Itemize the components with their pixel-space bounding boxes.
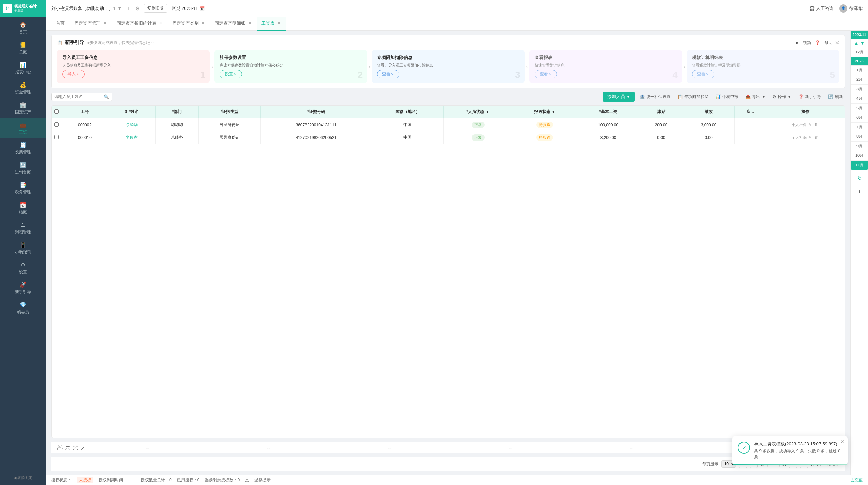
account-chevron-icon[interactable]: ▼ xyxy=(117,6,122,11)
col-status[interactable]: *人员状态 ▼ xyxy=(443,106,512,118)
step1-btn[interactable]: 导入＞ xyxy=(62,70,85,78)
tab-salary[interactable]: 工资表✕ xyxy=(257,17,286,31)
sidebar-item-expense[interactable]: 📱 小畅报销 xyxy=(0,238,46,258)
add-employee-btn[interactable]: 添加人员 ▼ xyxy=(603,92,635,102)
step5-btn[interactable]: 查看＞ xyxy=(692,70,714,78)
sidebar-item-home[interactable]: 🏠 首页 xyxy=(0,18,46,38)
settings-icon[interactable]: ⚙ xyxy=(135,6,140,11)
rs-month-7[interactable]: 7月 xyxy=(851,123,868,132)
sidebar-item-wizard[interactable]: 🚀 新手引导 xyxy=(0,278,46,298)
wizard-card: 📋 新手引导 5步快速完成设置，快去完善信息吧～ ▶ 视频 ❓ 帮助 ✕ 导入员… xyxy=(51,35,845,88)
tab-asset-type[interactable]: 固定资产类别✕ xyxy=(167,17,210,31)
search-input[interactable] xyxy=(54,94,102,99)
operate-btn[interactable]: ⚙ 操作 ▼ xyxy=(770,93,793,101)
special-deduction-btn[interactable]: 📋 专项附加扣除 xyxy=(675,93,711,101)
col-performance: 绩效 xyxy=(683,106,734,118)
ai-consult-btn[interactable]: 🎧 人工咨询 xyxy=(809,5,834,12)
tab-asset-detail-close-btn[interactable]: ✕ xyxy=(248,21,252,25)
calendar-icon[interactable]: 📅 xyxy=(199,6,205,11)
social-insurance-btn[interactable]: 🏦 统一社保设置 xyxy=(637,93,673,101)
tab-home[interactable]: 首页 xyxy=(51,17,70,31)
rs-month-4[interactable]: 4月 xyxy=(851,94,868,104)
funds-label: 资金管理 xyxy=(15,89,31,95)
step3-btn[interactable]: 查看＞ xyxy=(377,70,399,78)
sidebar-item-salary[interactable]: 💼 工资 xyxy=(0,118,46,138)
tab-asset-type-close-btn[interactable]: ✕ xyxy=(201,21,205,25)
search-box[interactable]: 🔍 xyxy=(51,93,112,101)
switch-version-btn[interactable]: 切到旧版 xyxy=(144,4,167,13)
row2-social-insurance-link[interactable]: 个人社保 xyxy=(792,135,807,139)
tab-depreciation-close-btn[interactable]: ✕ xyxy=(158,21,163,25)
period-selector[interactable]: 账期 2023-11 📅 xyxy=(172,5,205,12)
sidebar-item-tax[interactable]: 📑 税务管理 xyxy=(0,179,46,199)
sidebar-item-member[interactable]: 💎 畅会员 xyxy=(0,298,46,318)
row2-checkbox[interactable] xyxy=(54,135,59,139)
row1-edit-icon[interactable]: ✎ xyxy=(808,122,812,127)
row2-edit-icon[interactable]: ✎ xyxy=(808,135,812,140)
rs-month-9[interactable]: 9月 xyxy=(851,142,868,151)
sidebar-item-fixed-assets[interactable]: 🏢 固定资产 xyxy=(0,98,46,118)
go-auth-link[interactable]: 去充值 xyxy=(850,477,863,483)
rs-down-arrow[interactable]: ▼ xyxy=(860,40,865,46)
sidebar-item-invoice[interactable]: 🧾 发票管理 xyxy=(0,138,46,158)
row1-social-insurance-link[interactable]: 个人社保 xyxy=(792,123,807,127)
toast-content: 导入工资表模板(2023-03-23 15:07:59.897) 共 9 条数据… xyxy=(754,441,842,460)
cancel-fixed-btn[interactable]: ◀ 取消固定 xyxy=(1,473,44,482)
sidebar-item-funds[interactable]: 💰 资金管理 xyxy=(0,78,46,98)
pagination-bar: 每页显示 10 20 50 « ‹ 第 页 › » 共1页，2条记录 xyxy=(51,457,845,471)
toast-close-btn[interactable]: ✕ xyxy=(840,439,844,444)
step2-btn[interactable]: 设置＞ xyxy=(220,70,242,78)
member-icon: 💎 xyxy=(20,302,26,308)
row2-allowance: 0.00 xyxy=(639,131,683,144)
row2-emp-no: 000010 xyxy=(62,131,108,144)
tab-salary-close-btn[interactable]: ✕ xyxy=(277,21,281,25)
row1-delete-icon[interactable]: 🗑 xyxy=(814,122,818,127)
rs-up-arrow[interactable]: ▲ xyxy=(854,40,859,46)
add-account-btn[interactable]: ＋ xyxy=(126,5,131,12)
sidebar-item-settings[interactable]: ⚙ 设置 xyxy=(0,258,46,278)
export-btn[interactable]: 📤 导出 ▼ xyxy=(743,93,768,101)
rs-month-5[interactable]: 5月 xyxy=(851,104,868,113)
rs-info-icon[interactable]: ℹ xyxy=(854,186,865,197)
col-name[interactable]: ⇕ *姓名 xyxy=(108,106,156,118)
refresh-btn[interactable]: 🔄 刷新 xyxy=(826,93,845,101)
row2-name-link[interactable]: 李俊杰 xyxy=(125,135,138,140)
sidebar-item-archive[interactable]: 🗂 归档管理 xyxy=(0,219,46,238)
tab-fixed-assets[interactable]: 固定资产管理✕ xyxy=(70,17,112,31)
account-selector[interactable]: 刘小艳演示账套（勿删勿动！）1 ▼ xyxy=(51,5,122,12)
sidebar-item-closing[interactable]: 📅 结账 xyxy=(0,199,46,219)
row1-checkbox[interactable] xyxy=(54,122,59,127)
tab-asset-detail[interactable]: 固定资产明细账✕ xyxy=(210,17,257,31)
tab-fixed-assets-close-btn[interactable]: ✕ xyxy=(103,21,107,25)
period-label: 账期 xyxy=(172,5,180,12)
rs-sync-icon[interactable]: ↻ xyxy=(854,173,865,184)
step4-btn[interactable]: 查看＞ xyxy=(535,70,557,78)
wizard-video-label[interactable]: 视频 xyxy=(803,40,811,46)
sidebar-item-general-ledger[interactable]: 📒 总账 xyxy=(0,38,46,58)
sidebar-item-reports[interactable]: 📊 报表中心 xyxy=(0,58,46,78)
select-all-checkbox[interactable] xyxy=(54,109,59,114)
wizard-btn[interactable]: ❓ 新手引导 xyxy=(796,93,823,101)
search-icon[interactable]: 🔍 xyxy=(104,94,109,99)
rs-month-2[interactable]: 2月 xyxy=(851,75,868,85)
col-report-status[interactable]: 报送状态 ▼ xyxy=(512,106,577,118)
rs-month-8[interactable]: 8月 xyxy=(851,132,868,142)
rs-month-12[interactable]: 12月 xyxy=(851,48,868,57)
rs-month-1[interactable]: 1月 xyxy=(851,66,868,75)
rs-month-6[interactable]: 6月 xyxy=(851,113,868,123)
row2-delete-icon[interactable]: 🗑 xyxy=(814,135,818,140)
row1-report-status-badge: 待报送 xyxy=(536,122,553,128)
tab-depreciation[interactable]: 固定资产折旧统计表✕ xyxy=(112,17,167,31)
rs-year-2023[interactable]: 2023 xyxy=(851,57,868,66)
wizard-help-label[interactable]: 帮助 xyxy=(824,40,832,46)
wizard-close-btn[interactable]: ✕ xyxy=(835,40,839,45)
toast-title: 导入工资表模板(2023-03-23 15:07:59.897) xyxy=(754,441,842,447)
rs-month-3[interactable]: 3月 xyxy=(851,85,868,94)
row2-apply xyxy=(734,131,766,144)
row1-name-link[interactable]: 徐泽华 xyxy=(125,122,138,127)
sidebar-item-purchase-sales[interactable]: 🔄 进销台账 xyxy=(0,158,46,179)
tax-report-btn[interactable]: 📊 个税申报 xyxy=(713,93,741,101)
rs-month-10[interactable]: 10月 xyxy=(851,151,868,161)
rs-month-11[interactable]: 11月 xyxy=(851,161,868,170)
user-menu[interactable]: 👤 徐泽华 xyxy=(839,4,863,13)
